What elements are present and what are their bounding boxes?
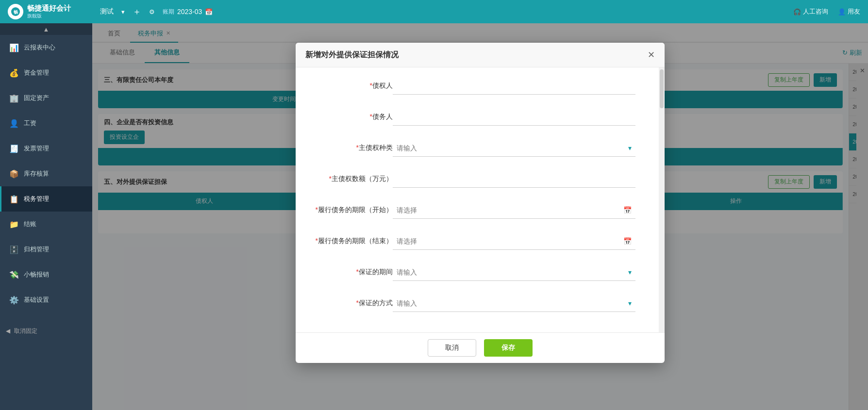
basic-settings-icon: ⚙️ bbox=[9, 295, 19, 305]
sidebar-item-invoice[interactable]: 🧾 发票管理 bbox=[0, 136, 92, 161]
top-header: 畅 畅捷通好会计 旗舰版 测试 ▾ ＋ ⚙ 账期 2023-03 📅 🎧 人工咨… bbox=[0, 0, 868, 23]
expense-icon: 💸 bbox=[9, 270, 19, 279]
period-start-input[interactable] bbox=[393, 201, 635, 219]
header-center: 测试 ▾ ＋ ⚙ 账期 2023-03 📅 bbox=[100, 6, 793, 17]
tax-icon: 📋 bbox=[9, 195, 19, 204]
period-value: 2023-03 bbox=[177, 8, 202, 16]
headset-icon: 🎧 bbox=[793, 8, 801, 16]
header-right: 🎧 人工咨询 👤 用友 bbox=[793, 7, 860, 16]
form-row-period-start: *履行债务的期限（开始） 📅 bbox=[315, 201, 645, 219]
company-dropdown-icon[interactable]: ▾ bbox=[121, 8, 125, 16]
fixed-assets-icon: 🏢 bbox=[9, 94, 19, 103]
sidebar-item-fixed-assets[interactable]: 🏢 固定资产 bbox=[0, 85, 92, 111]
cloud-report-icon: 📊 bbox=[9, 43, 19, 52]
form-row-guarantee-period: *保证的期间 ▾ bbox=[315, 263, 645, 281]
cancel-button[interactable]: 取消 bbox=[428, 339, 476, 357]
form-row-debtor: *债务人 bbox=[315, 108, 645, 126]
sidebar-item-fund[interactable]: 💰 资金管理 bbox=[0, 60, 92, 85]
dialog-scrollbar[interactable] bbox=[659, 67, 665, 332]
closing-icon: 📁 bbox=[9, 220, 19, 229]
fund-icon: 💰 bbox=[9, 68, 19, 78]
user-icon: 👤 bbox=[838, 8, 846, 16]
save-button[interactable]: 保存 bbox=[484, 339, 533, 357]
form-row-claim-type: *主债权种类 ▾ bbox=[315, 139, 645, 157]
settings-icon[interactable]: ⚙ bbox=[149, 8, 155, 16]
unpin-icon: ◀ bbox=[6, 328, 10, 334]
form-row-claim-amount: *主债权数额（万元） bbox=[315, 170, 645, 188]
sidebar-item-settings[interactable]: ⚙️ 基础设置 bbox=[0, 287, 92, 312]
period-end-date-wrap: 📅 bbox=[393, 232, 635, 250]
claim-amount-input[interactable] bbox=[393, 170, 635, 188]
dialog-title: 新增对外提供保证担保情况 bbox=[305, 50, 399, 60]
period-display: 账期 2023-03 📅 bbox=[163, 8, 213, 16]
add-button[interactable]: ＋ bbox=[133, 6, 141, 17]
sidebar-item-expense[interactable]: 💸 小畅报销 bbox=[0, 262, 92, 287]
modal-overlay: 新增对外提供保证担保情况 ✕ *债权人 *债务人 bbox=[92, 23, 868, 410]
dialog-footer: 取消 保存 bbox=[296, 332, 665, 363]
period-end-input[interactable] bbox=[393, 232, 635, 250]
form-row-guarantee-method: *保证的方式 ▾ bbox=[315, 295, 645, 312]
logo-area: 畅 畅捷通好会计 旗舰版 bbox=[8, 4, 100, 19]
archive-icon: 🗄️ bbox=[9, 245, 19, 254]
customer-service-button[interactable]: 🎧 人工咨询 bbox=[793, 7, 828, 16]
claim-type-input[interactable] bbox=[393, 139, 635, 157]
period-end-label: *履行债务的期限（结束） bbox=[315, 237, 393, 246]
sidebar: ▲ 📊 云报表中心 💰 资金管理 🏢 固定资产 👤 工资 🧾 发票管理 📦 库存… bbox=[0, 23, 92, 410]
sidebar-item-cloud-report[interactable]: 📊 云报表中心 bbox=[0, 35, 92, 60]
dialog-body: *债权人 *债务人 *主债权种类 bbox=[296, 67, 665, 332]
dialog-scrollbar-thumb bbox=[660, 69, 664, 108]
claim-type-select-wrap: ▾ bbox=[393, 139, 635, 157]
guarantee-period-label: *保证的期间 bbox=[315, 268, 393, 277]
form-row-creditor: *债权人 bbox=[315, 77, 645, 95]
svg-text:畅: 畅 bbox=[14, 10, 18, 15]
sidebar-item-closing[interactable]: 📁 结账 bbox=[0, 212, 92, 237]
guarantee-method-dropdown-icon: ▾ bbox=[628, 299, 632, 307]
period-start-calendar-icon[interactable]: 📅 bbox=[623, 206, 632, 214]
guarantee-method-input[interactable] bbox=[393, 295, 635, 312]
creditor-label: *债权人 bbox=[315, 82, 393, 90]
unpin-sidebar-button[interactable]: ◀ 取消固定 bbox=[0, 322, 92, 340]
main-content: 首页 税务申报 ✕ 基础信息 其他信息 ↻ 刷新 bbox=[92, 23, 868, 410]
sidebar-scroll-up[interactable]: ▲ bbox=[0, 23, 92, 35]
logo-icon: 畅 bbox=[8, 4, 23, 19]
debtor-label: *债务人 bbox=[315, 113, 393, 121]
period-start-label: *履行债务的期限（开始） bbox=[315, 206, 393, 214]
period-calendar-icon[interactable]: 📅 bbox=[205, 8, 213, 16]
sidebar-item-payroll[interactable]: 👤 工资 bbox=[0, 111, 92, 136]
guarantee-method-select-wrap: ▾ bbox=[393, 295, 635, 312]
guarantee-period-input[interactable] bbox=[393, 263, 635, 281]
form-row-period-end: *履行债务的期限（结束） 📅 bbox=[315, 232, 645, 250]
period-label: 账期 bbox=[163, 8, 174, 16]
period-start-date-wrap: 📅 bbox=[393, 201, 635, 219]
period-end-calendar-icon[interactable]: 📅 bbox=[623, 237, 632, 245]
sidebar-item-archive[interactable]: 🗄️ 归档管理 bbox=[0, 237, 92, 262]
sidebar-item-inventory[interactable]: 📦 库存核算 bbox=[0, 161, 92, 186]
creditor-input[interactable] bbox=[393, 77, 635, 95]
dialog-header: 新增对外提供保证担保情况 ✕ bbox=[296, 43, 665, 67]
claim-type-dropdown-icon: ▾ bbox=[628, 144, 632, 152]
company-name: 测试 bbox=[100, 7, 114, 16]
dialog-add-guarantee: 新增对外提供保证担保情况 ✕ *债权人 *债务人 bbox=[296, 43, 665, 363]
app-edition: 旗舰版 bbox=[27, 13, 71, 19]
user-menu[interactable]: 👤 用友 bbox=[838, 7, 860, 16]
guarantee-period-select-wrap: ▾ bbox=[393, 263, 635, 281]
guarantee-period-dropdown-icon: ▾ bbox=[628, 268, 632, 276]
invoice-icon: 🧾 bbox=[9, 144, 19, 153]
payroll-icon: 👤 bbox=[9, 119, 19, 128]
inventory-icon: 📦 bbox=[9, 169, 19, 179]
guarantee-method-label: *保证的方式 bbox=[315, 299, 393, 308]
app-name: 畅捷通好会计 bbox=[27, 4, 71, 13]
claim-amount-label: *主债权数额（万元） bbox=[315, 175, 393, 183]
debtor-input[interactable] bbox=[393, 108, 635, 126]
claim-type-label: *主债权种类 bbox=[315, 144, 393, 152]
dialog-close-button[interactable]: ✕ bbox=[648, 49, 655, 60]
sidebar-item-tax[interactable]: 📋 税务管理 bbox=[0, 186, 92, 212]
